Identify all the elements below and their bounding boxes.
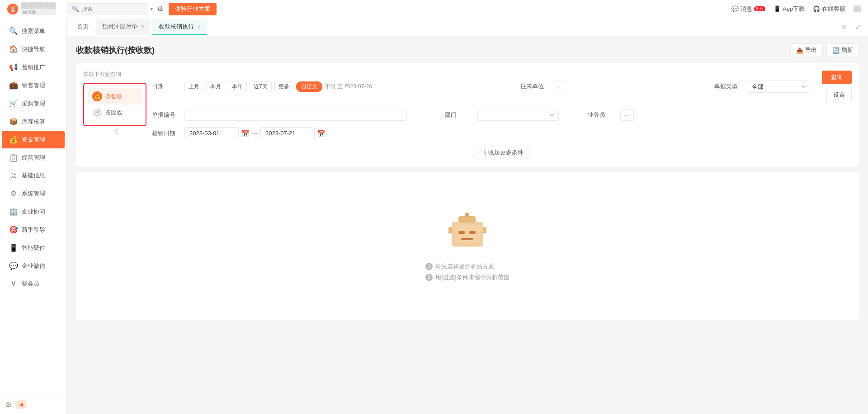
sidebar-item-beginner[interactable]: 🎯 新手引导 xyxy=(2,221,65,238)
tab-home[interactable]: 首页 xyxy=(71,19,95,35)
filter-option-by-receipt[interactable]: 💰 按收款 xyxy=(88,88,142,105)
setting-button[interactable]: 设置 xyxy=(826,88,852,102)
query-button[interactable]: 查询 xyxy=(822,71,852,84)
by-receivable-icon: 🕐 xyxy=(92,108,102,118)
tab-receipt[interactable]: 收款核销执行 × xyxy=(152,19,207,35)
search-chevron-icon[interactable]: ▾ xyxy=(150,5,153,12)
sidebar-item-wechat[interactable]: 💬 企业微信 xyxy=(2,257,65,275)
unit-label: 往来单位 xyxy=(520,82,547,90)
sidebar-item-search-menu[interactable]: 🔍 搜索菜单 xyxy=(2,22,65,40)
sidebar-bottom: ⚙ ◀ xyxy=(0,395,66,414)
solution-button[interactable]: 体验行业方案 xyxy=(169,3,217,15)
marketing-icon: 📢 xyxy=(9,63,18,71)
sidebar-item-label: 资金管理 xyxy=(22,136,45,144)
tab-receipt-label: 收款核销执行 xyxy=(159,23,194,31)
sidebar: 🔍 搜索菜单 🏠 快捷导航 📢 营销推广 💼 销售管理 🛒 采购管理 📦 xyxy=(0,18,67,414)
sidebar-item-label: 畅会员 xyxy=(22,280,39,288)
sidebar-item-sys[interactable]: ⚙ 系统管理 xyxy=(2,185,65,202)
brand-name: 畅捷通好生意 xyxy=(21,2,56,10)
date-no-limit-text: 不限 至 2023-07-26 xyxy=(325,83,372,90)
filter-sidebar-collapse-icon[interactable]: 《 xyxy=(83,127,146,137)
export-button[interactable]: 📤 导出 xyxy=(790,43,823,57)
verify-date-range: 📅 — 📅 xyxy=(184,127,325,139)
date-btn-this-month[interactable]: 本月 xyxy=(206,81,225,92)
tab-close-all-icon[interactable]: × xyxy=(837,21,850,33)
message-label: 消息 xyxy=(741,5,752,13)
brand-area: 🐰 畅捷通好生意 标准版 xyxy=(7,2,56,16)
search-icon: 🔍 xyxy=(72,5,79,12)
empty-robot-svg xyxy=(440,208,495,253)
date-dash: — xyxy=(252,130,258,137)
sidebar-item-label: 库存核算 xyxy=(22,118,45,126)
doc-type-select[interactable]: 全部 收款单 应收单 xyxy=(747,81,810,93)
sidebar-item-label: 快捷导航 xyxy=(22,45,45,53)
sidebar-item-vip[interactable]: V 畅会员 xyxy=(2,275,65,292)
verify-date-end-input[interactable] xyxy=(260,127,315,139)
page-title-bar: 收款核销执行(按收款) 📤 导出 🔄 刷新 xyxy=(76,43,859,57)
tab-prepay-close-icon[interactable]: × xyxy=(141,24,144,30)
filter-query-col: 查询 设置 xyxy=(816,71,852,102)
search-input[interactable] xyxy=(82,6,136,12)
sidebar-item-quick-nav[interactable]: 🏠 快捷导航 xyxy=(2,40,65,58)
message-button[interactable]: 💬 消息 99+ xyxy=(731,5,765,13)
dept-select[interactable] xyxy=(477,109,559,121)
tab-expand-icon[interactable]: ⤢ xyxy=(852,21,864,33)
empty-hint-2: 用[过滤]条件来缩小分析范围 xyxy=(425,273,509,281)
collapse-more-label: 收起更多条件 xyxy=(488,148,524,157)
user-name[interactable]: Rit xyxy=(854,5,861,12)
sidebar-item-label: 基础信息 xyxy=(22,171,45,180)
sidebar-item-label: 搜索菜单 xyxy=(22,27,45,35)
app-icon: 📱 xyxy=(774,5,781,12)
app-download-button[interactable]: 📱 App下载 xyxy=(774,5,805,13)
doc-type-label: 单据类型 xyxy=(714,82,741,90)
export-icon: 📤 xyxy=(796,47,803,54)
sidebar-item-capital[interactable]: 💰 资金管理 xyxy=(2,131,65,148)
sidebar-item-biz[interactable]: 📋 经营管理 xyxy=(2,149,65,167)
sidebar-item-purchase[interactable]: 🛒 采购管理 xyxy=(2,95,65,112)
quick-nav-icon: 🏠 xyxy=(9,45,18,53)
date-btn-custom[interactable]: 自定义 xyxy=(296,81,322,92)
refresh-button[interactable]: 🔄 刷新 xyxy=(826,43,859,57)
basic-icon: 🗂 xyxy=(9,171,18,180)
sidebar-item-smart-hw[interactable]: 📱 智能硬件 xyxy=(2,239,65,257)
svg-rect-8 xyxy=(465,213,469,217)
settings-gear-icon[interactable]: ⚙ xyxy=(157,5,163,13)
verify-date-start-input[interactable] xyxy=(184,127,239,139)
tab-receipt-close-icon[interactable]: × xyxy=(198,24,201,30)
filter-actions-row: 《 收起更多条件 xyxy=(152,146,852,159)
date-btn-more[interactable]: 更多 xyxy=(274,81,293,92)
date-btn-last-month[interactable]: 上月 xyxy=(184,81,203,92)
refresh-icon: 🔄 xyxy=(832,47,840,54)
date-btn-this-year[interactable]: 本年 xyxy=(228,81,247,92)
filter-sidebar-title: 按以下方案查询 xyxy=(83,71,146,78)
sidebar-collapse-button[interactable]: ◀ xyxy=(15,400,27,409)
sidebar-gear-icon[interactable]: ⚙ xyxy=(5,400,12,409)
sidebar-item-label: 企业协同 xyxy=(22,208,45,216)
sidebar-item-basic[interactable]: 🗂 基础信息 xyxy=(2,167,65,184)
staff-select-button[interactable]: ··· xyxy=(620,109,634,121)
tab-prepay-label: 预付冲应付单 xyxy=(102,23,137,31)
doc-no-input[interactable] xyxy=(184,109,407,121)
tab-prepay[interactable]: 预付冲应付单 × xyxy=(96,19,151,35)
online-service-button[interactable]: 🎧 在线客服 xyxy=(813,5,845,13)
sidebar-item-inventory[interactable]: 📦 库存核算 xyxy=(2,113,65,130)
by-receivable-label: 按应收 xyxy=(105,109,123,117)
collapse-more-button[interactable]: 《 收起更多条件 xyxy=(473,146,531,159)
biz-icon: 📋 xyxy=(9,153,18,162)
empty-hint-1: 请先选择要分析的方案 xyxy=(425,262,509,271)
verify-date-end-calendar-icon[interactable]: 📅 xyxy=(317,130,325,137)
verify-date-start-calendar-icon[interactable]: 📅 xyxy=(241,130,249,137)
search-bar[interactable]: 🔍 xyxy=(67,3,148,14)
sidebar-item-corp[interactable]: 🏢 企业协同 xyxy=(2,203,65,220)
date-shortcuts: 上月 本月 本年 近7天 更多 自定义 不限 至 2023-07-26 xyxy=(184,81,372,92)
smart-hw-icon: 📱 xyxy=(9,243,18,252)
search-menu-icon: 🔍 xyxy=(9,27,18,35)
message-icon: 💬 xyxy=(731,5,739,12)
filter-option-by-receivable[interactable]: 🕐 按应收 xyxy=(88,105,142,121)
sidebar-item-sales[interactable]: 💼 销售管理 xyxy=(2,76,65,94)
unit-select-button[interactable]: ··· xyxy=(553,81,566,92)
purchase-icon: 🛒 xyxy=(9,99,18,108)
date-btn-7days[interactable]: 近7天 xyxy=(250,81,272,92)
message-badge: 99+ xyxy=(754,6,765,11)
sidebar-item-marketing[interactable]: 📢 营销推广 xyxy=(2,58,65,76)
